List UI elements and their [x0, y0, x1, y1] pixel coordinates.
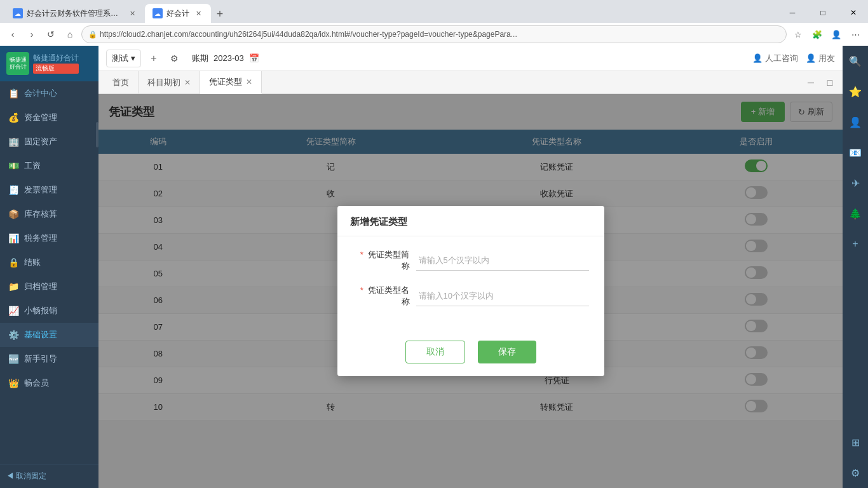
gear-sidebar-btn[interactable]: ⚙ [845, 463, 865, 483]
browser-tab-1[interactable]: ☁ 好会计云财务软件管理系统_会计 ✕ [5, 4, 145, 23]
help-button[interactable]: 👤 人工咨询 [752, 53, 798, 64]
collapse-label: ◀ 取消固定 [6, 471, 46, 482]
grid-sidebar-btn[interactable]: ⊞ [845, 432, 865, 452]
sidebar-version-badge: 流畅版 [33, 64, 79, 74]
tax-icon: 📊 [8, 233, 19, 244]
tree-sidebar-btn[interactable]: 🌲 [845, 203, 865, 224]
user-sidebar-btn[interactable]: 👤 [845, 112, 865, 132]
search-sidebar-btn[interactable]: 🔍 [845, 51, 865, 71]
home-button[interactable]: ⌂ [62, 27, 78, 42]
guide-label: 新手引导 [24, 353, 57, 365]
modal-body: * 凭证类型简称 * 凭证类型名称 [337, 236, 604, 333]
tab-icons: ─ □ [803, 75, 837, 90]
tab-voucher-type[interactable]: 凭证类型 ✕ [200, 71, 262, 94]
tab1-close[interactable]: ✕ [127, 8, 137, 18]
workspace-add-button[interactable]: + [146, 51, 161, 66]
salary-label: 工资 [24, 160, 41, 172]
sidebar-item-settings[interactable]: ⚙️ 基础设置 [0, 323, 98, 347]
settings-label: 基础设置 [24, 329, 57, 341]
report-icon: 📈 [8, 305, 19, 316]
tab-maximize-icon[interactable]: □ [822, 75, 837, 90]
required-indicator-full: * [360, 285, 363, 295]
tab-minimize-icon[interactable]: ─ [803, 75, 818, 90]
profile-icon[interactable]: 👤 [829, 27, 844, 42]
close-label: 结账 [24, 257, 41, 268]
sidebar-item-close[interactable]: 🔒 结账 [0, 250, 98, 274]
user-button[interactable]: 👤 用友 [806, 53, 835, 64]
bookmark-icon[interactable]: ☆ [790, 27, 806, 42]
sidebar-item-guide[interactable]: 🆕 新手引导 [0, 347, 98, 371]
tab2-favicon: ☁ [153, 8, 163, 18]
member-icon: 👑 [8, 377, 19, 389]
back-button[interactable]: ‹ [5, 27, 20, 42]
invoice-label: 发票管理 [24, 184, 57, 196]
plus-sidebar-btn[interactable]: + [845, 234, 865, 254]
sidebar-item-report[interactable]: 📈 小畅报销 [0, 299, 98, 323]
app-topbar: 测试 ▾ + ⚙ 账期 2023-03 📅 👤 人工咨询 👤 用友 [98, 46, 843, 71]
tab-voucher-type-close[interactable]: ✕ [246, 78, 252, 86]
modal-header: 新增凭证类型 [337, 206, 604, 236]
tab-home[interactable]: 首页 [104, 71, 139, 94]
tab1-title: 好会计云财务软件管理系统_会计 [27, 8, 123, 19]
settings-icon: ⚙️ [8, 329, 19, 341]
save-button[interactable]: 保存 [478, 341, 536, 363]
full-name-input[interactable] [416, 286, 589, 306]
reload-button[interactable]: ↺ [43, 27, 58, 42]
send-sidebar-btn[interactable]: ✈ [845, 173, 865, 193]
workspace-name: 测试 [112, 53, 128, 64]
maximize-button[interactable]: □ [808, 3, 837, 23]
form-row-full-name: * 凭证类型名称 [353, 285, 589, 308]
modal-footer: 取消 保存 [337, 333, 604, 376]
menu-icon[interactable]: ⋯ [848, 27, 863, 42]
tab-subject-init-close[interactable]: ✕ [184, 78, 191, 87]
period-calendar-icon[interactable]: 📅 [249, 53, 259, 63]
close-button[interactable]: ✕ [839, 3, 868, 23]
sidebar-item-dashboard[interactable]: 📋 会计中心 [0, 81, 98, 105]
sidebar-item-tax[interactable]: 📊 税务管理 [0, 226, 98, 250]
sidebar-brand-text: 畅捷通好合计 [33, 53, 79, 64]
form-label-short: * 凭证类型简称 [353, 249, 416, 272]
sidebar-item-archive[interactable]: 📁 归档管理 [0, 274, 98, 299]
archive-icon: 📁 [8, 281, 19, 292]
tab2-close[interactable]: ✕ [193, 8, 203, 18]
sidebar-item-salary[interactable]: 💵 工资 [0, 154, 98, 178]
tab-subject-init[interactable]: 科目期初 ✕ [139, 71, 200, 94]
sidebar-item-fixed-assets[interactable]: 🏢 固定资产 [0, 130, 98, 154]
modal-overlay: 新增凭证类型 * 凭证类型简称 * [98, 94, 843, 488]
cancel-button[interactable]: 取消 [405, 341, 465, 363]
browser-tab-2[interactable]: ☁ 好会计 ✕ [145, 4, 211, 23]
dashboard-icon: 📋 [8, 88, 19, 99]
topbar-right: 👤 人工咨询 👤 用友 [752, 53, 835, 64]
outlook-sidebar-btn[interactable]: 📧 [845, 142, 865, 163]
user-label: 用友 [818, 53, 835, 64]
invoice-icon: 🧾 [8, 184, 19, 196]
collapse-button[interactable]: ◀ 取消固定 [6, 471, 92, 482]
new-tab-button[interactable]: + [211, 5, 229, 23]
inventory-icon: 📦 [8, 208, 19, 220]
short-name-input[interactable] [416, 250, 589, 271]
sidebar-logo: 畅捷通好合计 [6, 52, 29, 75]
sidebar-item-capital[interactable]: 💰 资金管理 [0, 105, 98, 130]
star-sidebar-btn[interactable]: ⭐ [845, 81, 865, 102]
tab2-title: 好会计 [166, 8, 189, 19]
add-voucher-type-modal: 新增凭证类型 * 凭证类型简称 * [337, 206, 604, 376]
forward-button[interactable]: › [24, 27, 39, 42]
workspace-dropdown-icon: ▾ [131, 53, 135, 63]
sidebar-item-inventory[interactable]: 📦 库存核算 [0, 202, 98, 226]
sidebar-item-invoice[interactable]: 🧾 发票管理 [0, 178, 98, 202]
workspace-settings-button[interactable]: ⚙ [166, 51, 182, 66]
page-content: 凭证类型 + 新增 ↻ 刷新 编码 凭证类型简称 [98, 94, 843, 488]
sidebar-item-member[interactable]: 👑 畅会员 [0, 371, 98, 395]
required-indicator-short: * [360, 250, 363, 259]
member-label: 畅会员 [24, 377, 49, 389]
address-bar[interactable]: 🔒 https://cloud2.chanjet.com/accounting/… [81, 25, 787, 43]
help-icon: 👤 [752, 53, 763, 63]
minimize-button[interactable]: ─ [778, 3, 807, 23]
fixed-assets-icon: 🏢 [8, 136, 19, 147]
user-avatar: 👤 [806, 53, 816, 63]
url-text: https://cloud2.chanjet.com/accounting/uh… [100, 30, 517, 39]
extensions-icon[interactable]: 🧩 [810, 27, 825, 42]
workspace-selector[interactable]: 测试 ▾ [106, 50, 141, 67]
period-value: 2023-03 [214, 53, 244, 63]
sidebar-footer: ◀ 取消固定 [0, 464, 98, 488]
